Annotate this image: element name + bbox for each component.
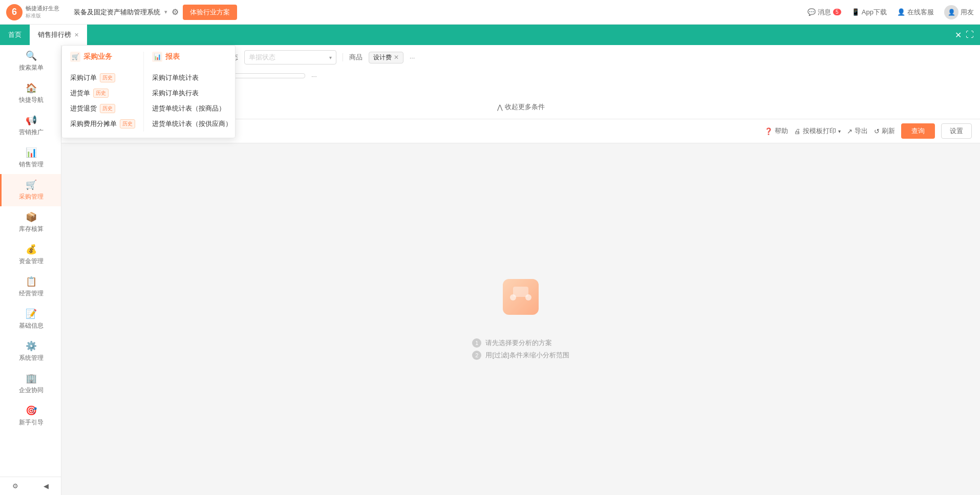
sidebar-item-inventory[interactable]: 📦 库存核算 <box>0 206 61 239</box>
logo-area: 6 畅捷通好生意 标准版 <box>6 4 68 20</box>
print-icon: 🖨 <box>794 127 801 135</box>
sidebar-item-marketing[interactable]: 📢 营销推广 <box>0 110 61 142</box>
sidebar-item-search[interactable]: 🔍 搜索菜单 <box>0 45 61 77</box>
sidebar-item-sales[interactable]: 📊 销售管理 <box>0 142 61 174</box>
collapse-label: 收起更多条件 <box>505 102 545 112</box>
status-field[interactable]: 单据状态 ▾ <box>244 50 336 64</box>
empty-illustration <box>490 279 551 330</box>
logo-line2: 标准版 <box>26 12 59 19</box>
sidebar-item-purchase-label: 采购管理 <box>19 192 44 201</box>
dropdown-item-inbound-return[interactable]: 进货退货 历史 <box>70 101 135 116</box>
app-download-action[interactable]: 📱 App下载 <box>851 8 887 17</box>
sidebar-item-basic[interactable]: 📝 基础信息 <box>0 303 61 335</box>
system-icon: ⚙️ <box>26 340 37 352</box>
dropdown-item-inbound-stats-goods[interactable]: 进货单统计表（按商品） <box>152 101 232 116</box>
divider2 <box>343 53 343 61</box>
status-placeholder: 单据状态 <box>249 53 326 62</box>
report-title-icon: 📊 <box>152 52 162 62</box>
empty-step-1: 1 请先选择要分析的方案 <box>472 338 569 348</box>
header-right: 💬 消息 5 📱 App下载 👤 在线客服 👤 用友 <box>807 5 974 19</box>
sidebar-item-beginner[interactable]: 🎯 新手引导 <box>0 400 61 432</box>
dropdown-report-col: 📊 报表 采购订单统计表 采购订单执行表 进货单统计表（按商品） 进货单统计表（… <box>143 52 240 132</box>
purchase-order-label: 采购订单 <box>70 73 97 82</box>
export-action[interactable]: ↗ 导出 <box>847 126 868 136</box>
sidebar-item-purchase[interactable]: 🛒 采购管理 <box>0 174 61 206</box>
dropdown-item-purchase-order-stats[interactable]: 采购订单统计表 <box>152 70 232 85</box>
dropdown-item-inbound-stats-supplier[interactable]: 进货单统计表（按供应商） <box>152 116 232 132</box>
beginner-icon: 🎯 <box>26 405 37 416</box>
sidebar-item-finance[interactable]: 💰 资金管理 <box>0 239 61 271</box>
dropdown-report-title: 📊 报表 <box>152 52 232 65</box>
marketing-icon: 📢 <box>26 115 37 126</box>
messages-badge: 5 <box>833 9 841 15</box>
export-icon: ↗ <box>847 127 853 135</box>
user-avatar: 👤 <box>944 5 958 19</box>
system-title-area: 装备及固定资产辅助管理系统 ▾ ⚙ 体验行业方案 <box>68 5 243 20</box>
print-template-label: 按模板打印 <box>803 126 836 136</box>
tab-sales-rank[interactable]: 销售排行榜 ✕ <box>30 25 87 45</box>
step-2-label: 用[过滤]条件来缩小分析范围 <box>485 351 569 360</box>
tab-bar-expand-icon[interactable]: ⛶ <box>966 30 974 39</box>
sales-icon: 📊 <box>26 147 37 158</box>
app-download-label: App下载 <box>862 8 887 17</box>
sidebar-collapse-icon[interactable]: ◀ <box>44 482 49 490</box>
message-icon: 💬 <box>807 8 816 16</box>
query-button[interactable]: 查询 <box>901 123 935 139</box>
system-title: 装备及固定资产辅助管理系统 <box>74 8 160 17</box>
tab-bar-close-icon[interactable]: ✕ <box>955 30 962 40</box>
goods-label: 商品 <box>349 53 363 62</box>
step-num-2: 2 <box>472 351 481 360</box>
purchase-icon: 🛒 <box>26 179 37 190</box>
inbound-stats-goods-label: 进货单统计表（按商品） <box>152 104 225 113</box>
settings-button[interactable]: 设置 <box>941 123 972 139</box>
operations-icon: 📋 <box>26 276 37 287</box>
empty-step-2: 2 用[过滤]条件来缩小分析范围 <box>472 351 569 360</box>
dropdown-item-purchase-cost[interactable]: 采购费用分摊单 历史 <box>70 116 135 132</box>
sidebar-item-operations-label: 经营管理 <box>19 289 44 298</box>
home-icon: 🏠 <box>26 82 37 94</box>
sidebar-item-inventory-label: 库存核算 <box>19 225 44 233</box>
goods-ellipsis[interactable]: ··· <box>410 54 415 61</box>
messages-label: 消息 <box>818 8 831 17</box>
inventory-icon: 📦 <box>26 211 37 223</box>
online-service-label: 在线客服 <box>907 8 934 17</box>
dropdown-item-inbound[interactable]: 进货单 历史 <box>70 85 135 101</box>
tab-home[interactable]: 首页 <box>0 25 30 45</box>
messages-action[interactable]: 💬 消息 5 <box>807 8 841 17</box>
goods-tag-close[interactable]: ✕ <box>394 54 399 61</box>
online-service-action[interactable]: 👤 在线客服 <box>897 8 934 17</box>
purchase-cost-label: 采购费用分摊单 <box>70 119 117 128</box>
phone-icon: 📱 <box>851 8 860 16</box>
user-area[interactable]: 👤 用友 <box>944 5 974 19</box>
purchase-title-label: 采购业务 <box>83 52 112 61</box>
dropdown-item-purchase-order-exec[interactable]: 采购订单执行表 <box>152 85 232 101</box>
status-arrow: ▾ <box>329 55 332 60</box>
sidebar-item-beginner-label: 新手引导 <box>19 418 44 427</box>
export-label: 导出 <box>855 126 868 136</box>
sidebar-item-basic-label: 基础信息 <box>19 321 44 330</box>
user-label: 用友 <box>961 8 974 17</box>
report-title-label: 报表 <box>165 52 180 61</box>
sidebar-item-system[interactable]: ⚙️ 系统管理 <box>0 335 61 368</box>
sidebar-item-operations[interactable]: 📋 经营管理 <box>0 271 61 303</box>
salesperson-ellipsis[interactable]: ··· <box>311 72 317 80</box>
print-template-action[interactable]: 🖨 按模板打印 ▾ <box>794 126 841 136</box>
purchase-cost-history: 历史 <box>120 119 135 128</box>
system-settings-icon[interactable]: ⚙ <box>172 7 179 17</box>
service-icon: 👤 <box>897 8 905 16</box>
help-action[interactable]: ❓ 帮助 <box>764 126 788 136</box>
help-label: 帮助 <box>775 126 788 136</box>
refresh-label: 刷新 <box>882 126 895 136</box>
system-title-arrow[interactable]: ▾ <box>164 9 167 15</box>
refresh-action[interactable]: ↺ 刷新 <box>874 126 895 136</box>
industry-btn[interactable]: 体验行业方案 <box>183 5 237 20</box>
goods-tag-value: 设计费 <box>373 53 392 62</box>
tab-bar-end: ✕ ⛶ <box>949 25 980 45</box>
dropdown-item-purchase-order[interactable]: 采购订单 历史 <box>70 70 135 85</box>
tab-sales-rank-close[interactable]: ✕ <box>74 32 79 38</box>
sidebar-item-enterprise-label: 企业协同 <box>19 386 44 395</box>
sidebar-item-search-label: 搜索菜单 <box>19 63 44 72</box>
sidebar-item-enterprise[interactable]: 🏢 企业协同 <box>0 368 61 400</box>
sidebar-item-quick-nav[interactable]: 🏠 快捷导航 <box>0 77 61 110</box>
sidebar-settings-icon[interactable]: ⚙ <box>12 482 18 490</box>
